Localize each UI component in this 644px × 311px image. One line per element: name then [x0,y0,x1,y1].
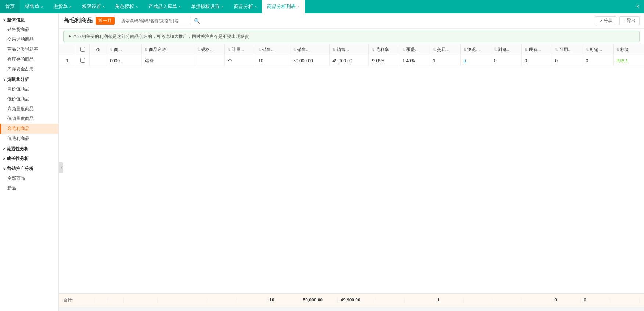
sidebar-item-low-margin[interactable]: 低毛利商品 [0,134,58,144]
table-row: 10000...运费个1050,000.0049,900.0099.8%1.49… [59,55,644,66]
sidebar-item-sales-goods[interactable]: 销售货商品 [0,25,58,35]
cell-index: 1 [59,55,76,66]
sort-icon-name: ⇅ [145,48,149,52]
col-header-index[interactable] [59,44,76,55]
nav-close-5[interactable]: × [179,4,181,9]
nav-item-6[interactable]: 单据模板设置 × [186,0,229,13]
top-navigation: 首页销售单 ×进货单 ×权限设置 ×角色授权 ×产成品入库单 ×单据模板设置 ×… [0,0,644,13]
nav-item-0[interactable]: 首页 [0,0,20,13]
col-header-check[interactable] [76,44,90,55]
nav-close-7[interactable]: × [255,4,257,9]
sort-icon-tag: ⇅ [616,48,620,52]
sidebar-item-high-value[interactable]: 高价值商品 [0,84,58,94]
nav-item-7[interactable]: 商品分析 × [229,0,262,13]
cell-unit: 个 [225,55,255,66]
col-header-browse1[interactable]: ⇅ 浏览... [460,44,491,55]
nav-item-1[interactable]: 销售单 × [20,0,48,13]
page-title: 高毛利商品 [63,17,93,25]
sort-icon-available: ⇅ [555,48,559,52]
footer-cell-name [157,297,208,303]
col-header-sales_profit[interactable]: ⇅ 销售... [330,44,369,55]
nav-close-3[interactable]: × [102,4,105,9]
cell-settings [89,55,107,66]
sort-icon-sales_qty: ⇅ [258,48,262,52]
col-header-available[interactable]: ⇅ 可用... [552,44,583,55]
col-header-code[interactable]: ⇅ 商... [107,44,142,55]
nav-close-4[interactable]: × [136,4,138,9]
footer-cell-transaction: 1 [434,297,463,303]
col-header-sales_qty[interactable]: ⇅ 销售... [255,44,290,55]
sidebar-section-flow[interactable]: >流通性分析 [0,144,58,153]
sidebar-item-all-goods[interactable]: 全部商品 [0,173,58,183]
col-header-spec[interactable]: ⇅ 规格... [194,44,224,55]
sidebar-item-stock-capital[interactable]: 库存资金占用 [0,64,58,74]
search-input[interactable] [118,17,191,25]
nav-close-8[interactable]: × [297,4,299,9]
content-header: 高毛利商品 近一月 🔍 ↗ 分享 ↓ 导出 [59,13,644,29]
nav-item-3[interactable]: 权限设置 × [77,0,110,13]
cell-saleable: 0 [583,55,613,66]
footer-cell-unit [237,297,266,303]
footer-cell-index [78,297,94,303]
search-button[interactable]: 🔍 [194,18,200,24]
nav-close-2[interactable]: × [69,4,71,9]
cell-code: 0000... [107,55,142,66]
row-checkbox[interactable] [80,58,85,63]
sidebar-item-high-margin[interactable]: 高毛利商品 [0,124,58,134]
col-header-current[interactable]: ⇅ 现有... [522,44,552,55]
col-header-transaction[interactable]: ⇅ 交易... [430,44,460,55]
filter-period-button[interactable]: 近一月 [96,17,115,25]
sidebar-item-low-freq[interactable]: 低频量度商品 [0,114,58,124]
cell-browse1[interactable]: 0 [460,55,491,66]
sort-icon-unit: ⇅ [228,48,232,52]
table-header-row: ⚙⇅ 商...⇅ 商品名称⇅ 规格...⇅ 计量...⇅ 销售...⇅ 销售..… [59,44,644,55]
col-header-margin_rate[interactable]: ⇅ 毛利率 [369,44,399,55]
sort-icon-browse2: ⇅ [494,48,498,52]
sidebar-item-high-freq[interactable]: 高频量度商品 [0,104,58,114]
sort-icon-sales_amount: ⇅ [293,48,297,52]
nav-item-2[interactable]: 进货单 × [48,0,76,13]
sidebar-item-goods-assist[interactable]: 商品分类辅助率 [0,44,58,54]
sidebar-item-stocked-goods[interactable]: 有库存的商品 [0,54,58,64]
column-settings-icon[interactable]: ⚙ [96,47,100,53]
col-header-tag[interactable]: ⇅ 标签 [613,44,644,55]
col-header-settings[interactable]: ⚙ [89,44,107,55]
footer-cell-current [522,297,551,303]
sort-icon-sales_profit: ⇅ [332,48,337,52]
close-all-tabs-button[interactable]: × [632,3,644,10]
nav-item-4[interactable]: 角色授权 × [110,0,143,13]
sidebar-item-traded-goods[interactable]: 交易过的商品 [0,35,58,44]
expand-arrow-marketing: ∨ [3,167,6,171]
share-button[interactable]: ↗ 分享 [595,16,616,25]
export-button[interactable]: ↓ 导出 [619,16,640,25]
col-header-sales_amount[interactable]: ⇅ 销售... [290,44,330,55]
share-icon: ↗ [599,18,602,23]
col-header-browse2[interactable]: ⇅ 浏览... [491,44,521,55]
sidebar-section-marketing[interactable]: ∨营销推广分析 [0,163,58,173]
select-all-checkbox[interactable] [80,47,85,52]
sidebar-item-low-value[interactable]: 低价值商品 [0,94,58,104]
col-header-name[interactable]: ⇅ 商品名称 [142,44,194,55]
sidebar-section-overall[interactable]: ∨整体信息 [0,15,58,25]
tag-badge: 高收入 [616,58,629,63]
sidebar-section-growth[interactable]: >成长性分析 [0,153,58,163]
col-header-coverage[interactable]: ⇅ 覆盖... [399,44,430,55]
browse-link[interactable]: 0 [464,58,466,64]
header-actions: ↗ 分享 ↓ 导出 [595,16,640,25]
footer-cell-margin_rate [375,297,405,303]
nav-item-8[interactable]: 商品分析列表 × [262,0,305,13]
sidebar-collapse-button[interactable]: 《 [59,162,63,173]
footer-cell-browse2 [493,297,522,303]
footer-cell-browse1 [463,297,493,303]
cell-check[interactable] [76,55,90,66]
nav-close-1[interactable]: × [41,4,43,9]
col-header-saleable[interactable]: ⇅ 可销... [583,44,613,55]
nav-close-6[interactable]: × [221,4,223,9]
horizontal-scrollbar[interactable] [59,307,644,311]
sidebar-item-new-goods[interactable]: 新品 [0,183,58,193]
sidebar: ∨整体信息销售货商品交易过的商品商品分类辅助率有库存的商品库存资金占用∨贡献量分… [0,13,59,311]
nav-item-5[interactable]: 产成品入库单 × [143,0,186,13]
sidebar-section-wealth[interactable]: ∨贡献量分析 [0,74,58,84]
footer-cells: 1050,000.0049,900.00100 [78,297,640,303]
col-header-unit[interactable]: ⇅ 计量... [225,44,255,55]
